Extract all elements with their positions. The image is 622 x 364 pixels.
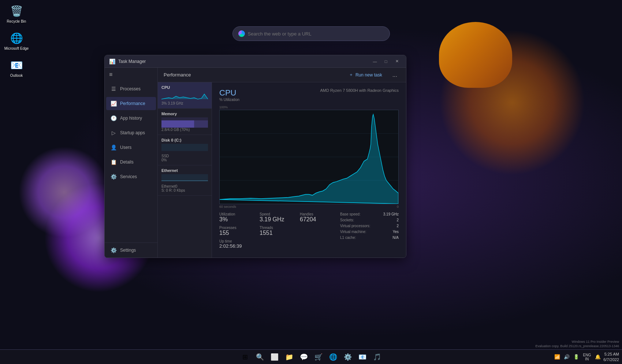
taskbar-clock[interactable]: 5:25 AM 6/7/2022 <box>603 352 619 362</box>
search-input[interactable] <box>248 31 384 37</box>
stat-handles-value: 67204 <box>300 216 340 223</box>
title-bar-title: Task Manager <box>118 59 146 64</box>
cpu-graph-container <box>219 110 399 204</box>
bg-decoration-2 <box>18 146 110 238</box>
users-icon: 👤 <box>111 145 116 150</box>
taskbar-settings[interactable]: ⚙️ <box>341 350 354 364</box>
sidebar-item-settings[interactable]: ⚙️ Settings <box>106 244 156 257</box>
device-cpu[interactable]: CPU 3% 3.19 GHz <box>158 82 212 109</box>
ethernet-mini-chart <box>161 174 208 184</box>
taskbar-edge[interactable]: 🌐 <box>327 350 340 364</box>
cpu-stats: Utilization 3% Processes 155 Up time 2:0… <box>219 212 399 252</box>
minimize-button[interactable]: — <box>370 58 380 65</box>
content-area: Performance ＋ Run new task ... CPU <box>158 68 406 258</box>
stat-threads: Threads 1551 <box>260 226 300 236</box>
build-line2: Evaluation copy. Build 25120.rs_prerelea… <box>536 344 619 349</box>
taskbar: ⊞ 🔍 ⬜ 📁 💬 🛒 🌐 ⚙️ 📧 🎵 📶 🔊 🔋 ENGIN 🔔 5:25 … <box>0 349 622 364</box>
device-list: CPU 3% 3.19 GHz Memory <box>158 82 212 258</box>
performance-layout: CPU 3% 3.19 GHz Memory <box>158 82 406 258</box>
sound-icon[interactable]: 🔊 <box>563 353 571 361</box>
tm-body: ≡ ☰ Processes 📈 Performance 🕐 App histor… <box>105 68 406 258</box>
more-options-button[interactable]: ... <box>390 70 400 80</box>
device-cpu-name: CPU <box>161 85 208 90</box>
device-memory[interactable]: Memory 2.8/4.0 GB (70%) <box>158 109 212 135</box>
sidebar-bottom: ⚙️ Settings <box>105 243 157 258</box>
stat-processes: Processes 155 <box>219 226 260 236</box>
device-cpu-info: 3% 3.19 GHz <box>161 101 208 105</box>
stat-handles: Handles 67204 <box>300 212 340 223</box>
taskbar-teams[interactable]: 💬 <box>297 350 310 364</box>
sidebar-item-app-history[interactable]: 🕐 App history <box>106 112 156 125</box>
device-disk[interactable]: Disk 0 (C:) SSD 0% <box>158 135 212 165</box>
uptime-value: 2:02:56:39 <box>219 243 260 249</box>
search-bar[interactable] <box>232 26 390 41</box>
maximize-button[interactable]: □ <box>381 58 391 65</box>
clock-date: 6/7/2022 <box>603 357 619 362</box>
taskbar-mail[interactable]: 📧 <box>356 350 369 364</box>
cpu-scale: 100% <box>219 105 399 109</box>
stat-handles-label: Handles <box>300 212 340 216</box>
settings-icon: ⚙️ <box>111 247 116 253</box>
edge-label: Microsoft Edge <box>4 46 29 50</box>
task-manager-window: 📊 Task Manager — □ ✕ ≡ ☰ Processes 📈 Per… <box>104 55 406 258</box>
vmachine-value: Yes <box>393 230 399 234</box>
taskbar-taskview[interactable]: ⬜ <box>268 350 281 364</box>
notification-icon[interactable]: 🔔 <box>594 353 602 361</box>
stats-col-right: Base speed: 3.19 GHz Sockets: 2 Virtual … <box>340 212 399 252</box>
taskbar-search[interactable]: 🔍 <box>253 350 267 364</box>
sidebar-item-services[interactable]: ⚙️ Services <box>106 170 156 183</box>
device-ethernet[interactable]: Ethernet Ethernet0 S: 0 R: 0 Kbps <box>158 165 212 196</box>
base-speed-value: 3.19 GHz <box>383 212 399 216</box>
l1cache-label: L1 cache: <box>340 236 356 240</box>
sidebar-item-users-label: Users <box>120 145 131 150</box>
taskbar-music[interactable]: 🎵 <box>370 350 384 364</box>
memory-mini-chart <box>161 117 208 128</box>
sidebar-item-services-label: Services <box>120 174 137 179</box>
stat-row-vmachine: Virtual machine: Yes <box>340 230 399 234</box>
start-button[interactable]: ⊞ <box>239 350 252 364</box>
sidebar-item-processes[interactable]: ☰ Processes <box>106 82 156 95</box>
processes-icon: ☰ <box>111 86 116 92</box>
vproc-label: Virtual processors: <box>340 224 370 228</box>
sidebar-item-users[interactable]: 👤 Users <box>106 141 156 154</box>
stat-proc-label: Processes <box>219 226 260 230</box>
battery-icon[interactable]: 🔋 <box>572 353 580 361</box>
recycle-bin-icon[interactable]: 🗑️ Recycle Bin <box>4 4 29 23</box>
time-label-right: 0 <box>397 205 399 209</box>
device-memory-info: 2.8/4.0 GB (70%) <box>161 128 208 132</box>
stats-col-utilization: Utilization 3% Processes 155 Up time 2:0… <box>219 212 260 252</box>
device-disk-info2: 0% <box>161 158 208 162</box>
edge-icon[interactable]: 🌐 Microsoft Edge <box>4 31 29 50</box>
title-bar-left: 📊 Task Manager <box>109 59 146 64</box>
stat-threads-label: Threads <box>260 226 300 230</box>
run-new-task-button[interactable]: ＋ Run new task <box>346 70 385 79</box>
sidebar-item-startup-apps[interactable]: ▷ Startup apps <box>106 126 156 139</box>
details-icon: 📋 <box>111 159 116 165</box>
taskbar-file-explorer[interactable]: 📁 <box>283 350 296 364</box>
window-controls: — □ ✕ <box>370 58 402 65</box>
close-button[interactable]: ✕ <box>392 58 402 65</box>
sidebar: ≡ ☰ Processes 📈 Performance 🕐 App histor… <box>105 68 158 258</box>
network-icon[interactable]: 📶 <box>553 353 561 361</box>
vmachine-label: Virtual machine: <box>340 230 366 234</box>
device-memory-name: Memory <box>161 112 208 116</box>
bg-object <box>439 22 512 88</box>
stat-speed: Speed 3.19 GHz <box>260 212 300 223</box>
sidebar-item-details-label: Details <box>120 160 134 165</box>
sidebar-item-performance[interactable]: 📈 Performance <box>106 97 156 110</box>
desktop-icons: 🗑️ Recycle Bin 🌐 Microsoft Edge 📧 Outloo… <box>4 4 29 78</box>
svg-rect-2 <box>161 144 208 151</box>
sidebar-item-processes-label: Processes <box>120 86 141 91</box>
build-line1: Windows 11 Pro Insider Preview <box>536 339 619 344</box>
title-bar: 📊 Task Manager — □ ✕ <box>105 55 406 68</box>
sidebar-menu-button[interactable]: ≡ <box>105 68 157 82</box>
outlook-icon[interactable]: 📧 Outlook <box>4 58 29 78</box>
sidebar-item-details[interactable]: 📋 Details <box>106 155 156 169</box>
run-task-icon: ＋ <box>349 72 353 78</box>
lang-indicator[interactable]: ENGIN <box>582 353 593 361</box>
time-labels: 60 seconds 0 <box>219 205 399 209</box>
cpu-scale-max: 100% <box>219 105 228 109</box>
header-actions: ＋ Run new task ... <box>346 70 400 80</box>
taskbar-store[interactable]: 🛒 <box>312 350 325 364</box>
content-header: Performance ＋ Run new task ... <box>158 68 406 82</box>
